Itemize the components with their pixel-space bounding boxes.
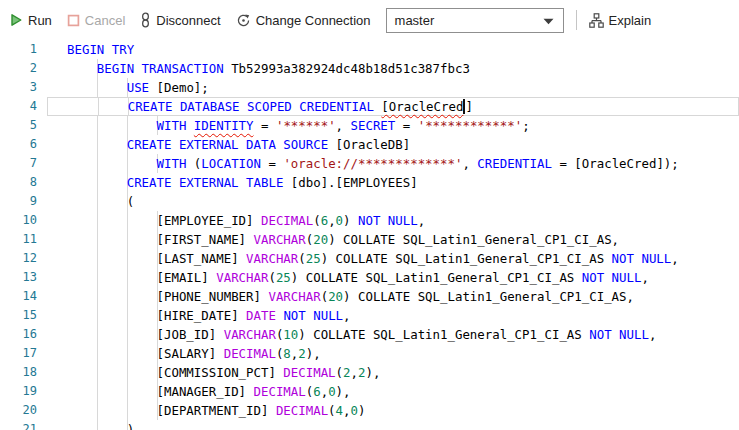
run-button[interactable]: Run [9,13,52,28]
line-number: 11 [0,230,47,249]
line-number: 16 [0,325,47,344]
code-line[interactable]: 19 [MANAGER_ID] DECIMAL(6,0), [0,382,739,401]
code-token: 2 [298,346,305,361]
code-line[interactable]: 21 ) [0,420,739,430]
code-token: 25 [276,270,291,285]
explain-button-label: Explain [609,13,652,28]
code-token: [Demo]; [149,80,209,95]
code-token: 6 [321,213,328,228]
run-icon [9,13,23,27]
line-number: 15 [0,306,47,325]
code-token: ( [313,213,320,228]
code-line[interactable]: 13 [EMAIL] VARCHAR(25) COLLATE SQL_Latin… [0,268,739,287]
code-token: LOCATION [201,156,261,171]
change-connection-button[interactable]: Change Connection [236,13,371,28]
code-token: [JOB_ID] [157,327,224,342]
code-token: WITH [157,118,187,133]
code-token: [OracleDB] [328,137,410,152]
code-token: ) [291,270,306,285]
code-line[interactable]: 6 CREATE EXTERNAL DATA SOURCE [OracleDB] [0,135,739,154]
cancel-icon [67,14,80,27]
line-number: 9 [0,192,47,211]
code-token: [EMPLOYEE_ID] [157,213,261,228]
code-token: [COMMISSION_PCT] [157,365,284,380]
code-token: BEGIN TRY [67,42,134,57]
cancel-button[interactable]: Cancel [67,13,125,28]
code-token: 20 [313,232,328,247]
code-token: ) [298,327,313,342]
line-number: 4 [0,97,47,116]
database-dropdown-value: master [395,13,435,28]
code-token: 6 [313,384,320,399]
code-token: Tb52993a382924dc48b18d51c387fbc3 [224,61,470,76]
code-token: [FIRST_NAME] [157,232,254,247]
code-token: VARCHAR [246,251,298,266]
code-line[interactable]: 4 CREATE DATABASE SCOPED CREDENTIAL [Ora… [0,97,739,116]
line-number: 21 [0,420,47,430]
code-token: ] [465,99,472,114]
code-line[interactable]: 11 [FIRST_NAME] VARCHAR(20) COLLATE SQL_… [0,230,739,249]
code-token: NOT NULL [283,308,343,323]
change-connection-button-label: Change Connection [256,13,371,28]
code-token: 4 [336,403,343,418]
code-line[interactable]: 3 USE [Demo]; [0,78,739,97]
line-number: 17 [0,344,47,363]
code-line[interactable]: 18 [COMMISSION_PCT] DECIMAL(2,2), [0,363,739,382]
query-editor-window: Run Cancel Disconnect [0,0,739,430]
code-line[interactable]: 9 ( [0,192,739,211]
disconnect-button-label: Disconnect [156,13,220,28]
code-line[interactable]: 16 [JOB_ID] VARCHAR(10) COLLATE SQL_Lati… [0,325,739,344]
code-token: USE [127,80,149,95]
code-token: 'oracle://*************' [283,156,462,171]
disconnect-icon [140,12,151,28]
code-token: ) [328,232,343,247]
code-line[interactable]: 8 CREATE EXTERNAL TABLE [dbo].[EMPLOYEES… [0,173,739,192]
line-number: 19 [0,382,47,401]
line-number: 6 [0,135,47,154]
code-line[interactable]: 1BEGIN TRY [0,40,739,59]
chevron-down-icon [543,11,554,29]
code-token: , [649,327,656,342]
code-token: , [462,156,477,171]
code-line[interactable]: 7 WITH (LOCATION = 'oracle://***********… [0,154,739,173]
code-token: = [395,118,417,133]
code-token: 2 [343,365,350,380]
code-token: NOT NULL [612,251,672,266]
code-token: COLLATE SQL_Latin1_General_CP1_CI_AS [306,270,582,285]
explain-button[interactable]: Explain [589,13,652,28]
code-line[interactable]: 15 [HIRE_DATE] DATE NOT NULL, [0,306,739,325]
code-line[interactable]: 5 WITH IDENTITY = '******', SECRET = '**… [0,116,739,135]
run-button-label: Run [28,13,52,28]
line-number: 3 [0,78,47,97]
code-line[interactable]: 2 BEGIN TRANSACTION Tb52993a382924dc48b1… [0,59,739,78]
line-number: 10 [0,211,47,230]
code-token: , [328,213,335,228]
line-number: 12 [0,249,47,268]
code-token: DATE [246,308,276,323]
code-token: SECRET [351,118,396,133]
code-token: = [261,156,283,171]
database-dropdown[interactable]: master [386,8,564,33]
code-line[interactable]: 10 [EMPLOYEE_ID] DECIMAL(6,0) NOT NULL, [0,211,739,230]
line-number: 5 [0,116,47,135]
code-token: COLLATE SQL_Latin1_General_CP1_CI_AS, [343,232,619,247]
sql-editor[interactable]: 1BEGIN TRY2 BEGIN TRANSACTION Tb52993a38… [0,40,739,430]
code-token: , [343,403,350,418]
code-token: VARCHAR [224,327,276,342]
code-token: COLLATE SQL_Latin1_General_CP1_CI_AS [336,251,612,266]
code-token: , [641,270,648,285]
code-token: ) [321,251,336,266]
code-token: DECIMAL [254,384,306,399]
code-line[interactable]: 20 [DEPARTMENT_ID] DECIMAL(4,0) [0,401,739,420]
code-token: = [254,118,276,133]
code-token: 10 [283,327,298,342]
disconnect-button[interactable]: Disconnect [140,12,220,28]
change-connection-icon [236,13,251,28]
code-line[interactable]: 17 [SALARY] DECIMAL(8,2), [0,344,739,363]
code-token: [OracleCred [381,99,463,114]
code-token: ( [268,270,275,285]
code-token: ( [127,194,134,209]
code-line[interactable]: 12 [LAST_NAME] VARCHAR(25) COLLATE SQL_L… [0,249,739,268]
code-line[interactable]: 14 [PHONE_NUMBER] VARCHAR(20) COLLATE SQ… [0,287,739,306]
code-token: [SALARY] [157,346,224,361]
